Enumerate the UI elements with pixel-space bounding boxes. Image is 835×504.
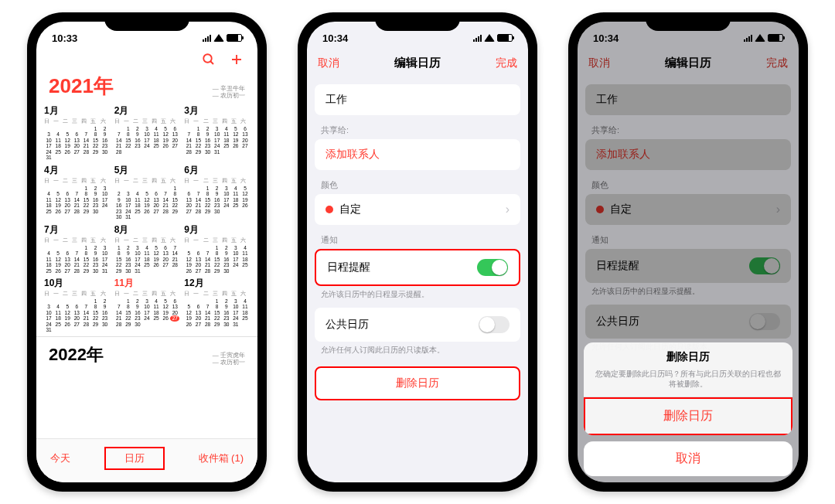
chevron-right-icon: › xyxy=(506,203,510,216)
month-7[interactable]: 7月日一二三四五六0000123456789101112131415161718… xyxy=(44,223,110,274)
screen-delete-confirm: 10:34 取消 编辑日历 完成 工作 共享给: 添加联系人 颜色 xyxy=(578,22,799,482)
status-time: 10:33 xyxy=(52,32,77,44)
status-right xyxy=(473,34,513,42)
month-name: 6月 xyxy=(184,164,250,177)
notif-section-label: 通知 xyxy=(307,225,528,249)
month-5[interactable]: 5月日一二三四五六0000001234567891011121314151617… xyxy=(114,164,180,220)
calendars-button[interactable]: 日历 xyxy=(104,447,165,470)
wifi-icon xyxy=(484,34,495,42)
delete-calendar-button[interactable]: 删除日历 xyxy=(315,366,520,400)
today-button[interactable]: 今天 xyxy=(50,451,70,465)
calendar-name-field[interactable]: 工作 xyxy=(315,84,520,115)
wifi-icon xyxy=(213,34,224,42)
next-year-header: 2022年 — 壬寅虎年 — 农历初一 xyxy=(36,340,257,366)
battery-icon xyxy=(227,34,242,42)
month-name: 9月 xyxy=(184,223,250,237)
month-name: 7月 xyxy=(44,223,110,237)
public-calendar-footnote: 允许任何人订阅此日历的只读版本。 xyxy=(307,342,528,356)
status-time: 10:34 xyxy=(322,32,348,44)
signal-icon xyxy=(473,34,482,42)
event-alerts-cell[interactable]: 日程提醒 xyxy=(315,249,520,286)
month-name: 5月 xyxy=(114,164,180,177)
year-meta: — 辛丑牛年 — 农历初一 xyxy=(213,85,245,100)
year-header: 2021年 — 辛丑牛年 — 农历初一 xyxy=(36,71,257,104)
cancel-button[interactable]: 取消 xyxy=(318,56,339,70)
month-9[interactable]: 9月日一二三四五六0001234567891011121314151617181… xyxy=(184,223,250,274)
color-dot-icon xyxy=(325,206,333,213)
public-calendar-switch[interactable] xyxy=(479,316,510,333)
divider xyxy=(36,336,257,337)
year-grid[interactable]: 1月日一二三四五六0000012345678910111213141516171… xyxy=(36,104,257,333)
svg-line-1 xyxy=(210,61,213,64)
event-alerts-label: 日程提醒 xyxy=(327,261,370,274)
sheet-cancel-button[interactable]: 取消 xyxy=(584,441,792,476)
sheet-group: 删除日历 您确定要删除此日历吗？所有与此日历关联的日程也都将被删除。 删除日历 xyxy=(584,342,792,435)
add-contact-link: 添加联系人 xyxy=(325,148,380,162)
notch xyxy=(646,12,731,31)
top-toolbar xyxy=(36,48,257,71)
sheet-title: 删除日历 xyxy=(584,342,792,369)
month-name: 1月 xyxy=(44,104,110,117)
phone-calendar-year: 10:33 2021年 — 辛丑牛年 — 农历初一 1月日一二三四五六00000… xyxy=(27,12,267,492)
month-12[interactable]: 12月日一二三四五六000123456789101112131415161718… xyxy=(184,277,250,333)
month-3[interactable]: 3月日一二三四五六0123456789101112131415161718192… xyxy=(184,104,250,161)
bottom-bar: 今天 日历 收件箱 (1) xyxy=(36,438,257,482)
color-value: 自定 xyxy=(339,203,361,216)
battery-icon xyxy=(497,34,513,42)
search-icon[interactable] xyxy=(202,53,216,70)
notch xyxy=(375,12,460,31)
done-button[interactable]: 完成 xyxy=(496,56,517,70)
svg-point-0 xyxy=(203,54,212,63)
next-year-title: 2022年 xyxy=(49,343,104,366)
month-10[interactable]: 10月日一二三四五六000001234567891011121314151617… xyxy=(44,277,110,333)
month-6[interactable]: 6月日一二三四五六0012345678910111213141516171819… xyxy=(184,164,250,220)
month-name: 10月 xyxy=(44,277,110,290)
next-year-meta: — 壬寅虎年 — 农历初一 xyxy=(213,352,245,366)
year-title: 2021年 xyxy=(49,73,114,100)
nav-bar: 取消 编辑日历 完成 xyxy=(307,48,528,78)
signal-icon xyxy=(203,34,211,42)
sheet-message: 您确定要删除此日历吗？所有与此日历关联的日程也都将被删除。 xyxy=(584,369,792,397)
month-11[interactable]: 11月日一二三四五六012345678910111213141516171819… xyxy=(114,277,180,333)
month-4[interactable]: 4月日一二三四五六0000123456789101112131415161718… xyxy=(44,164,110,220)
color-cell[interactable]: 自定 › xyxy=(315,194,520,225)
month-1[interactable]: 1月日一二三四五六0000012345678910111213141516171… xyxy=(44,104,110,161)
month-name: 12月 xyxy=(184,277,250,290)
nav-title: 编辑日历 xyxy=(394,56,441,70)
screen-year-view: 10:33 2021年 — 辛丑牛年 — 农历初一 1月日一二三四五六00000… xyxy=(36,22,257,482)
event-alerts-switch[interactable] xyxy=(477,259,508,276)
month-8[interactable]: 8月日一二三四五六1234567891011121314151617181920… xyxy=(114,223,180,274)
share-section-label: 共享给: xyxy=(307,115,528,139)
action-sheet: 删除日历 您确定要删除此日历吗？所有与此日历关联的日程也都将被删除。 删除日历 … xyxy=(584,342,792,476)
add-contact-cell[interactable]: 添加联系人 xyxy=(315,139,520,170)
phone-delete-confirm: 10:34 取消 编辑日历 完成 工作 共享给: 添加联系人 颜色 xyxy=(568,12,808,492)
color-section-label: 颜色 xyxy=(307,170,528,194)
add-event-icon[interactable] xyxy=(230,53,244,70)
phone-edit-calendar: 10:34 取消 编辑日历 完成 工作 共享给: 添加联系人 颜色 自定 › xyxy=(298,12,537,492)
calendar-name-value: 工作 xyxy=(325,93,347,107)
public-calendar-label: 公共日历 xyxy=(325,318,369,332)
inbox-button[interactable]: 收件箱 (1) xyxy=(199,451,244,465)
sheet-delete-button[interactable]: 删除日历 xyxy=(584,397,792,435)
notch xyxy=(104,12,189,31)
month-name: 2月 xyxy=(114,104,180,117)
month-name: 8月 xyxy=(114,223,180,237)
month-name: 11月 xyxy=(114,277,180,290)
month-name: 4月 xyxy=(44,164,110,177)
status-right xyxy=(203,34,242,42)
month-2[interactable]: 2月日一二三四五六0123456789101112131415161718192… xyxy=(114,104,180,161)
event-alerts-footnote: 允许该日历中的日程显示提醒。 xyxy=(307,286,528,300)
screen-edit-calendar: 10:34 取消 编辑日历 完成 工作 共享给: 添加联系人 颜色 自定 › xyxy=(307,22,528,482)
public-calendar-cell[interactable]: 公共日历 xyxy=(315,308,520,342)
month-name: 3月 xyxy=(184,104,250,117)
